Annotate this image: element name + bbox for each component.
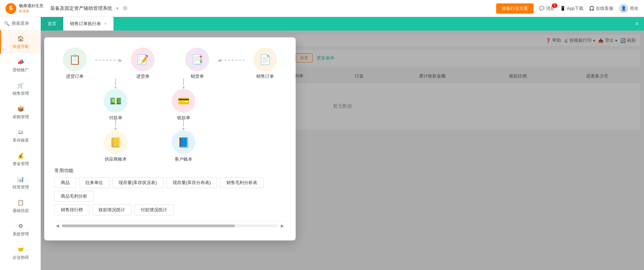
app-download-label: App下载 xyxy=(567,5,584,12)
tab-close-icon[interactable]: × xyxy=(104,21,107,26)
purchase-bill-circle: 📝 xyxy=(131,48,155,71)
phone-icon: 📱 xyxy=(560,6,565,11)
search-menu[interactable]: 🔍 搜索菜单 xyxy=(0,17,40,30)
func-btn-sales-margin[interactable]: 销售毛利分析表 xyxy=(220,177,264,188)
tab-sales-orders[interactable]: 销售订单执行表 × xyxy=(63,17,114,31)
func-btn-sales-rank[interactable]: 销售排行榜 xyxy=(54,204,89,215)
sales-order-icon: 📄 xyxy=(259,54,271,65)
payment-circle: 💵 xyxy=(104,89,127,113)
headset-icon: 🎧 xyxy=(589,6,594,11)
func-btn-product-margin[interactable]: 商品毛利分析 xyxy=(54,191,94,202)
logo-area: 6 畅康通好生意 标准版 xyxy=(5,3,46,14)
avatar: 👤 xyxy=(619,4,628,13)
message-badge: 6 xyxy=(552,3,557,8)
sidebar-item-sales[interactable]: 🛒 销售管理 xyxy=(0,77,40,101)
flow-item-sales-bill[interactable]: 📑 销货单 xyxy=(177,48,217,79)
purchase-icon: 📦 xyxy=(17,105,25,113)
scroll-right-arrow[interactable]: ▶ xyxy=(279,223,285,228)
func-btn-product[interactable]: 商品 xyxy=(54,177,76,188)
func-btn-payment-stats[interactable]: 付款情况统计 xyxy=(134,204,174,215)
purchase-bill-label: 进货单 xyxy=(136,73,150,79)
scroll-track[interactable] xyxy=(62,224,278,227)
message-btn[interactable]: 💬 消息 6 xyxy=(539,5,555,12)
user-name: 用友 xyxy=(630,5,639,12)
online-service-btn[interactable]: 🎧 在线客服 xyxy=(589,5,613,12)
supplier-ledger-icon: 📒 xyxy=(110,137,122,148)
flow-diagram: 📋 进货订单 ▶ xyxy=(54,48,285,162)
logo-icon: 6 xyxy=(5,3,16,14)
finance-icon: 💰 xyxy=(17,151,25,160)
main-layout: 🔍 搜索菜单 🏠 快捷导航 📣 营销推广 🛒 销售管理 📦 采购管理 🗂 xyxy=(0,17,644,270)
flow-item-purchase-bill[interactable]: 📝 进货单 xyxy=(122,48,163,79)
purchase-bill-icon: 📝 xyxy=(137,54,149,65)
modal-dialog: 📋 进货订单 ▶ xyxy=(44,37,296,240)
receipt-icon: 💳 xyxy=(178,95,190,107)
purchase-order-circle: 📋 xyxy=(63,48,87,71)
chevron-down-icon[interactable]: ▾ xyxy=(116,6,119,11)
sidebar-item-beginner[interactable]: 📖 新手引导 xyxy=(0,265,40,270)
modal-overlay[interactable]: 📋 进货订单 ▶ xyxy=(41,31,644,270)
sidebar-label-inventory: 库存核算 xyxy=(13,138,29,143)
cooperation-icon: 🤝 xyxy=(17,245,25,253)
func-btn-partners[interactable]: 往来单位 xyxy=(79,177,109,188)
online-service-label: 在线客服 xyxy=(596,5,613,12)
sidebar-label-basic-info: 基础信息 xyxy=(13,208,29,214)
scroll-left-arrow[interactable]: ◀ xyxy=(54,223,60,228)
sidebar-item-quick-nav[interactable]: 🏠 快捷导航 xyxy=(0,30,40,54)
tab-spacer xyxy=(114,17,629,31)
sidebar-label-system: 系统管理 xyxy=(13,231,29,237)
flow-item-supplier-ledger[interactable]: 📒 供应商账本 xyxy=(95,130,136,162)
sidebar-label-sales: 销售管理 xyxy=(13,91,29,96)
tab-close-right-btn[interactable]: × xyxy=(629,17,644,31)
flow-item-sales-order[interactable]: 📄 销售订单 xyxy=(245,48,285,79)
user-icon: 👤 xyxy=(621,6,626,11)
top-bar-actions: 体验行业方案 💬 消息 6 📱 App下载 🎧 在线客服 👤 用友 xyxy=(496,3,639,14)
home-icon: 🏠 xyxy=(17,34,25,42)
scrollbar-area: ◀ ▶ xyxy=(54,221,285,230)
supplier-ledger-label: 供应商账本 xyxy=(105,156,127,162)
user-btn[interactable]: 👤 用友 xyxy=(619,4,639,13)
search-menu-label: 搜索菜单 xyxy=(12,20,29,26)
tab-sales-orders-label: 销售订单执行表 xyxy=(70,21,101,27)
func-btn-stock-status[interactable]: 现存量(库存状况表) xyxy=(112,177,163,188)
supplier-ledger-circle: 📒 xyxy=(104,130,127,154)
flow-item-receipt[interactable]: 💳 收款单 xyxy=(163,89,204,121)
logo-sub-text: 标准版 xyxy=(19,9,43,13)
sidebar-item-system[interactable]: ⚙ 系统管理 xyxy=(0,218,40,241)
flow-item-customer-ledger[interactable]: 📘 客户账本 xyxy=(163,130,204,162)
sales-icon: 🛒 xyxy=(17,81,25,89)
basic-info-icon: 📋 xyxy=(17,198,25,206)
sidebar-item-operations[interactable]: 📊 经营管理 xyxy=(0,171,40,194)
sidebar-item-marketing[interactable]: 📣 营销推广 xyxy=(0,54,40,77)
func-btn-receipt-stats[interactable]: 收款情况统计 xyxy=(92,204,132,215)
gear-icon[interactable]: ⚙ xyxy=(123,5,127,12)
app-download-btn[interactable]: 📱 App下载 xyxy=(560,5,584,12)
flow-item-payment[interactable]: 💵 付款单 xyxy=(95,89,136,121)
sidebar-item-basic-info[interactable]: 📋 基础信息 xyxy=(0,194,40,218)
tab-home[interactable]: 首页 xyxy=(41,17,63,31)
sidebar-item-inventory[interactable]: 🗂 库存核算 xyxy=(0,124,40,147)
sidebar-label-quick-nav: 快捷导航 xyxy=(13,44,29,50)
flow-item-purchase-order[interactable]: 📋 进货订单 xyxy=(54,48,95,79)
page-content: ❓ 帮助 🖨 按模板打印 ▾ 📤 导出 ▾ xyxy=(41,31,644,270)
sidebar-label-cooperation: 企业协同 xyxy=(13,255,29,260)
marketing-icon: 📣 xyxy=(17,58,25,66)
search-icon: 🔍 xyxy=(4,21,10,26)
sales-order-circle: 📄 xyxy=(253,48,277,71)
purchase-order-label: 进货订单 xyxy=(66,73,84,79)
func-btn-stock-dist[interactable]: 现存量(库存分布表) xyxy=(166,177,217,188)
tab-bar: 首页 销售订单执行表 × × xyxy=(41,17,644,31)
top-bar: 6 畅康通好生意 标准版 装备及固定资产辅助管理系统 ▾ ⚙ 体验行业方案 💬 … xyxy=(0,0,644,17)
payment-icon: 💵 xyxy=(110,95,122,107)
customer-ledger-circle: 📘 xyxy=(172,130,195,154)
sales-bill-label: 销货单 xyxy=(191,73,204,79)
sidebar-item-finance[interactable]: 💰 资金管理 xyxy=(0,147,40,171)
sidebar-item-cooperation[interactable]: 🤝 企业协同 xyxy=(0,241,40,265)
tab-home-label: 首页 xyxy=(48,21,56,27)
receipt-circle: 💳 xyxy=(172,89,195,113)
experience-btn[interactable]: 体验行业方案 xyxy=(496,3,534,14)
func-buttons: 商品 往来单位 现存量(库存状况表) 现存量(库存分布表) 销售毛利分析表 商品… xyxy=(54,177,285,202)
sidebar-item-purchase[interactable]: 📦 采购管理 xyxy=(0,101,40,124)
sales-order-label: 销售订单 xyxy=(256,73,274,79)
sidebar-label-operations: 经营管理 xyxy=(13,184,29,190)
